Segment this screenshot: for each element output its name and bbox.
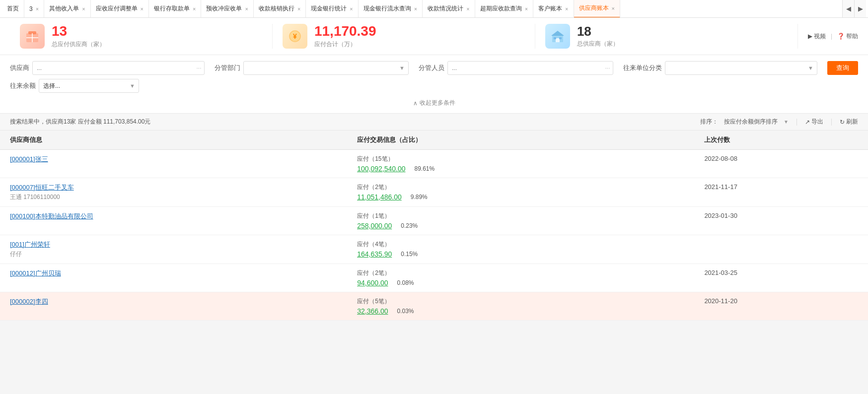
stat-payable-amount: ¥ 11,170.39 应付合计（万） <box>273 24 535 49</box>
nav-arrows: ◀ ▶ <box>842 0 866 18</box>
amount-link[interactable]: 94,600.00 <box>357 279 388 287</box>
supplier-link[interactable]: [000007]恒旺二手叉车 <box>10 184 74 191</box>
person-input[interactable] <box>447 61 613 75</box>
nav-tab-advance-payment[interactable]: 预收冲应收单 × <box>201 0 253 18</box>
nav-tab-cash-bank-flow-label: 现金银行流水查询 <box>363 4 411 13</box>
table-header-row: 供应商信息 应付交易信息（占比） 上次付数 <box>0 131 868 150</box>
nav-tab-customer-account[interactable]: 客户账本 × <box>533 0 574 18</box>
transaction-count: 应付（2笔） <box>357 269 684 277</box>
amount-link[interactable]: 164,635.90 <box>357 250 392 258</box>
percentage-text: 0.23% <box>401 222 418 229</box>
category-select[interactable] <box>665 61 818 75</box>
close-icon[interactable]: × <box>245 6 248 12</box>
nav-tab-3-label: 3 <box>29 5 33 12</box>
amount-link[interactable]: 11,051,486.00 <box>357 193 402 201</box>
payable-amount-label: 应付合计（万） <box>314 40 376 49</box>
nav-arrow-left[interactable]: ◀ <box>842 0 854 18</box>
refresh-button[interactable]: ↻ 刷新 <box>840 118 858 126</box>
nav-tab-advance-payment-label: 预收冲应收单 <box>206 4 242 13</box>
supplier-link[interactable]: [000002]李四 <box>10 298 48 305</box>
close-icon[interactable]: × <box>525 6 528 12</box>
close-icon[interactable]: × <box>141 6 144 12</box>
svg-rect-8 <box>556 38 560 42</box>
nav-tab-overdue-query-label: 超期应收款查询 <box>480 4 522 13</box>
supplier-input-ellipsis-icon[interactable]: ··· <box>196 65 201 71</box>
nav-tab-ap-adjustment[interactable]: 应收应付调整单 × <box>91 0 149 18</box>
close-icon[interactable]: × <box>82 6 85 12</box>
close-icon[interactable]: × <box>466 6 469 12</box>
dept-filter-label: 分管部门 <box>215 64 240 72</box>
nav-tab-supplier-account-label: 供应商账本 <box>579 4 609 12</box>
filter-category: 往来单位分类 ▼ <box>623 61 818 75</box>
help-link[interactable]: ❓ 帮助 <box>837 32 858 41</box>
nav-tab-payment-verify-label: 收款核销执行 <box>259 4 294 13</box>
stats-actions: ▶ 视频 | ❓ 帮助 <box>798 32 858 41</box>
sort-chevron-down-icon: ▼ <box>784 119 789 125</box>
dept-select[interactable] <box>243 61 409 75</box>
table-row: [000001]张三应付（15笔）100,092,540.0089.61%202… <box>0 150 868 178</box>
payable-amount-icon: ¥ <box>283 24 307 49</box>
supplier-sub-info: 仔仔 <box>10 250 337 259</box>
nav-tab-cash-bank-flow[interactable]: 现金银行流水查询 × <box>359 0 423 18</box>
top-nav-bar: 首页 3 × 其他收入单 × 应收应付调整单 × 银行存取款单 × 预收冲应收单… <box>0 0 868 18</box>
close-icon[interactable]: × <box>350 6 353 12</box>
supplier-cell: [000007]恒旺二手叉车王通 17106110000 <box>0 178 347 207</box>
supplier-link[interactable]: [000001]张三 <box>10 155 48 163</box>
svg-text:¥: ¥ <box>293 32 297 40</box>
table-row: [000012]广州贝瑞应付（2笔）94,600.000.08%2021-03-… <box>0 264 868 292</box>
balance-select[interactable]: 选择... <box>39 79 139 93</box>
filter-row-2: 往来余额 选择... ▼ <box>10 79 858 93</box>
stat-total-supplier: 18 总供应商（家） <box>535 24 798 49</box>
category-select-wrap: ▼ <box>665 61 818 75</box>
amount-link[interactable]: 32,366.00 <box>357 307 388 315</box>
supplier-link[interactable]: [000100]本特勤油品有限公司 <box>10 212 93 220</box>
search-button[interactable]: 查询 <box>827 61 858 75</box>
nav-tab-overdue-query[interactable]: 超期应收款查询 × <box>475 0 533 18</box>
result-bar: 搜索结果中，供应商13家 应付金额 111,703,854.00元 排序： 按应… <box>0 114 868 131</box>
svg-rect-10 <box>559 37 562 39</box>
export-button[interactable]: ↗ 导出 <box>805 118 823 126</box>
transaction-cell: 应付（4笔）164,635.900.15% <box>347 235 694 264</box>
transaction-count: 应付（15笔） <box>357 155 684 163</box>
table-row: [000002]李四应付（5笔）32,366.000.03%2020-11-20 <box>0 292 868 321</box>
divider-2 <box>831 119 832 126</box>
supplier-input[interactable] <box>32 61 205 75</box>
last-payment-cell: 2023-01-30 <box>694 207 868 235</box>
nav-tab-other-income[interactable]: 其他收入单 × <box>44 0 90 18</box>
last-payment-cell: 2021-11-17 <box>694 178 868 207</box>
nav-tab-bank-deposit[interactable]: 银行存取款单 × <box>149 0 201 18</box>
close-icon[interactable]: × <box>193 6 196 12</box>
nav-arrow-right[interactable]: ▶ <box>854 0 866 18</box>
nav-tab-payment-stats[interactable]: 收款情况统计 × <box>423 0 475 18</box>
amount-link[interactable]: 258,000.00 <box>357 222 392 230</box>
supplier-link[interactable]: [001]广州荣轩 <box>10 241 50 248</box>
collapse-button[interactable]: ∧ 收起更多条件 <box>407 97 461 109</box>
video-link[interactable]: ▶ 视频 <box>808 32 826 41</box>
help-icon: ❓ <box>837 33 845 40</box>
payable-supplier-icon <box>20 24 45 49</box>
transaction-cell: 应付（2笔）94,600.000.08% <box>347 264 694 292</box>
supplier-cell: [000002]李四 <box>0 292 347 321</box>
nav-tab-supplier-account[interactable]: 供应商账本 × <box>574 0 620 18</box>
close-icon[interactable]: × <box>565 6 568 12</box>
nav-tab-bank-deposit-label: 银行存取款单 <box>154 4 190 13</box>
table-row: [000100]本特勤油品有限公司应付（1笔）258,000.000.23%20… <box>0 207 868 235</box>
nav-tab-home[interactable]: 首页 <box>2 0 24 18</box>
nav-tab-payment-verify[interactable]: 收款核销执行 × <box>254 0 306 18</box>
close-icon[interactable]: × <box>414 6 417 12</box>
amount-link[interactable]: 100,092,540.00 <box>357 165 405 173</box>
supplier-link[interactable]: [000012]广州贝瑞 <box>10 269 61 277</box>
close-icon[interactable]: × <box>297 6 300 12</box>
nav-tab-other-income-label: 其他收入单 <box>49 4 79 13</box>
nav-tab-cash-bank-stats[interactable]: 现金银行统计 × <box>306 0 358 18</box>
close-icon[interactable]: × <box>612 5 615 11</box>
nav-tab-3[interactable]: 3 × <box>24 0 44 18</box>
result-actions: 排序： 按应付余额倒序排序 ▼ ↗ 导出 ↻ 刷新 <box>700 118 858 126</box>
person-input-ellipsis-icon[interactable]: ··· <box>605 65 610 71</box>
close-icon[interactable]: × <box>36 6 39 12</box>
collapse-label: 收起更多条件 <box>420 99 455 107</box>
nav-tab-cash-bank-stats-label: 现金银行统计 <box>311 4 347 13</box>
result-info: 搜索结果中，供应商13家 应付金额 111,703,854.00元 <box>10 118 150 126</box>
help-label: 帮助 <box>846 32 858 41</box>
supplier-cell: [000012]广州贝瑞 <box>0 264 347 292</box>
